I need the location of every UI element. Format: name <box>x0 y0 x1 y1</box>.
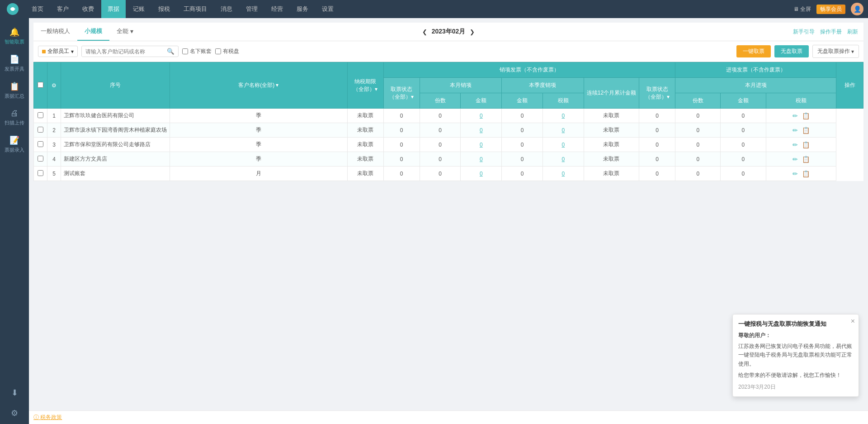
tab-container: 一般纳税人 小规模 全能 ▾ ❮ 2023年02月 ❯ 新手引导 操作手册 刷新 <box>33 23 863 41</box>
tab-general[interactable]: 一般纳税人 <box>33 23 77 41</box>
avatar[interactable]: 👤 <box>851 3 863 15</box>
row-sales-status: 未取票 <box>347 123 383 138</box>
sidebar-item-invoice-entry[interactable]: 📝 票据录入 <box>0 131 29 158</box>
checkbox-my-accounts-label: 名下账套 <box>190 48 212 55</box>
one-click-ticket-btn[interactable]: 一键取票 <box>736 45 771 57</box>
row-s-amount: 0 <box>420 152 461 167</box>
nav-management[interactable]: 管理 <box>240 0 264 18</box>
nav-settings[interactable]: 设置 <box>316 0 340 18</box>
invoice-open-icon: 📄 <box>9 54 19 64</box>
row-p-amount: 0 <box>675 138 721 152</box>
row-customer: 卫辉市汲水镇下园湾香阁营木种植家庭农场 <box>61 123 170 138</box>
row-s-amount: 0 <box>420 123 461 138</box>
sub-purchase-status: 取票状态（全部）▾ <box>639 78 675 109</box>
sub-mp-tax: 税额 <box>766 93 836 109</box>
sidebar-item-invoice-open[interactable]: 📄 发票开具 <box>0 50 29 77</box>
detail-icon[interactable]: 📋 <box>802 112 810 119</box>
detail-icon[interactable]: 📋 <box>802 127 810 134</box>
tab-small-scale[interactable]: 小规模 <box>77 23 109 41</box>
manual-btn[interactable]: 操作手册 <box>820 28 842 36</box>
detail-icon[interactable]: 📋 <box>802 156 810 163</box>
smart-ticket-icon: 🔔 <box>9 27 19 37</box>
row-actions: ✏ 📋 <box>766 109 836 123</box>
row-p-amount: 0 <box>675 109 721 123</box>
guide-btn[interactable]: 新手引导 <box>793 28 815 36</box>
search-button[interactable]: 🔍 <box>163 46 178 57</box>
nav-customer[interactable]: 客户 <box>51 0 75 18</box>
row-checkbox[interactable] <box>34 152 47 167</box>
prev-period-btn[interactable]: ❮ <box>422 29 427 35</box>
row-p-amount: 0 <box>675 167 721 181</box>
row-checkbox-input[interactable] <box>38 127 43 133</box>
nav-operation[interactable]: 经营 <box>265 0 289 18</box>
row-checkbox[interactable] <box>34 167 47 181</box>
nav-business[interactable]: 工商项目 <box>177 0 213 18</box>
sub-qs-tax: 税额 <box>542 93 584 109</box>
row-cumulative: 0 <box>542 167 584 181</box>
tab-full[interactable]: 全能 ▾ <box>109 23 141 41</box>
nav-home[interactable]: 首页 <box>25 0 50 18</box>
nav-billing[interactable]: 收费 <box>76 0 100 18</box>
nav-service[interactable]: 服务 <box>290 0 315 18</box>
row-checkbox[interactable] <box>34 123 47 138</box>
next-period-btn[interactable]: ❯ <box>470 29 475 35</box>
row-checkbox-input[interactable] <box>38 156 43 162</box>
detail-icon[interactable]: 📋 <box>802 141 810 148</box>
row-checkbox-input[interactable] <box>38 141 43 147</box>
sidebar-item-scan-upload[interactable]: 🖨 扫描上传 <box>0 104 29 131</box>
nav-invoice[interactable]: 票据 <box>101 0 126 18</box>
no-disk-ops-btn[interactable]: 无盘取票操作 ▾ <box>812 45 859 58</box>
edit-icon[interactable]: ✏ <box>793 127 798 134</box>
row-no-seq: 1 <box>47 109 61 123</box>
row-no-seq: 5 <box>47 167 61 181</box>
sidebar-item-download[interactable]: ⬇ <box>0 383 29 404</box>
checkbox-tax-disk-input[interactable] <box>215 48 221 54</box>
nav-tax[interactable]: 报税 <box>152 0 176 18</box>
edit-icon[interactable]: ✏ <box>793 141 798 148</box>
sidebar-item-invoice-summary[interactable]: 📋 票据汇总 <box>0 77 29 104</box>
row-checkbox-input[interactable] <box>38 170 43 176</box>
no-disk-ticket-btn[interactable]: 无盘取票 <box>774 45 809 57</box>
edit-icon[interactable]: ✏ <box>793 112 798 119</box>
row-checkbox-input[interactable] <box>38 112 43 118</box>
refresh-btn[interactable]: 刷新 <box>847 28 858 36</box>
row-actions: ✏ 📋 <box>766 167 836 181</box>
row-customer: 测试账套 <box>61 167 170 181</box>
checkbox-my-accounts-input[interactable] <box>182 48 188 54</box>
search-box: 🔍 <box>81 46 179 57</box>
tax-policy-link[interactable]: ⓘ 税务政策 <box>33 414 62 421</box>
invoice-entry-icon: 📝 <box>9 135 19 145</box>
row-s-amount: 0 <box>420 138 461 152</box>
edit-icon[interactable]: ✏ <box>793 170 798 177</box>
sidebar-item-help[interactable]: ⚙ <box>0 404 29 424</box>
row-sales-status: 未取票 <box>347 167 383 181</box>
checkbox-my-accounts[interactable]: 名下账套 <box>182 48 212 55</box>
employee-select[interactable]: 全部员工 ▾ <box>38 46 78 57</box>
table-row: 5 测试账套 月 未取票 0 0 0 0 0 未取票 0 0 0 ✏ 📋 <box>34 167 863 181</box>
period-nav: ❮ 2023年02月 ❯ <box>422 28 475 36</box>
fullscreen-btn[interactable]: 🖥 全屏 <box>793 5 811 13</box>
col-settings-header: ⚙ <box>47 62 61 109</box>
sidebar-item-smart-ticket[interactable]: 🔔 智能取票 <box>0 23 29 50</box>
detail-icon[interactable]: 📋 <box>802 170 810 177</box>
row-sales-status: 未取票 <box>347 138 383 152</box>
notification-close-btn[interactable]: × <box>851 317 855 325</box>
row-checkbox[interactable] <box>34 138 47 152</box>
edit-icon[interactable]: ✏ <box>793 156 798 163</box>
toolbar-right: 一键取票 无盘取票 无盘取票操作 ▾ <box>736 45 859 58</box>
member-btn[interactable]: 畅享会员 <box>816 5 845 14</box>
app-logo <box>5 1 21 17</box>
toolbar-left: 全部员工 ▾ 🔍 名下账套 有税盘 <box>38 46 733 57</box>
search-input[interactable] <box>82 47 163 57</box>
select-all-checkbox[interactable] <box>38 82 43 88</box>
svg-point-1 <box>11 7 14 11</box>
dot-icon <box>42 50 46 53</box>
nav-message[interactable]: 消息 <box>214 0 239 18</box>
row-p-count: 0 <box>639 152 675 167</box>
checkbox-tax-disk[interactable]: 有税盘 <box>215 48 239 55</box>
nav-bookkeeping[interactable]: 记账 <box>127 0 151 18</box>
row-actions: ✏ 📋 <box>766 152 836 167</box>
sub-quarterly-sales: 本季度销项 <box>502 78 584 93</box>
row-cumulative: 0 <box>542 152 584 167</box>
row-checkbox[interactable] <box>34 109 47 123</box>
